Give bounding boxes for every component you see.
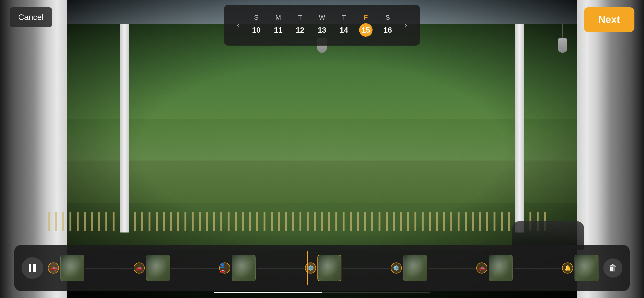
progress-bar-container[interactable] bbox=[214, 292, 430, 293]
thumb-group-5: ⚙️ bbox=[391, 255, 427, 281]
day-letter-t14: T bbox=[342, 14, 346, 21]
day-number-11: 11 bbox=[272, 23, 285, 37]
thumb-group-6: 🚗 bbox=[476, 255, 513, 281]
event-icon-settings-2: ⚙️ bbox=[391, 262, 402, 273]
day-number-15: 15 bbox=[359, 23, 372, 37]
thumbnail-3[interactable] bbox=[232, 255, 256, 281]
lamp-right bbox=[558, 24, 567, 53]
delete-button[interactable]: 🗑 bbox=[603, 258, 622, 278]
next-button[interactable]: Next bbox=[584, 7, 634, 32]
days-container: S 10 M 11 T 12 W 13 T 14 F 15 S 16 bbox=[245, 11, 399, 39]
pause-bar-2 bbox=[33, 264, 36, 272]
porch-column-left bbox=[120, 24, 130, 232]
day-number-13: 13 bbox=[315, 23, 329, 37]
dot-line-5 bbox=[428, 268, 476, 268]
day-item-15[interactable]: F 15 bbox=[355, 11, 376, 39]
day-letter-t12: T bbox=[298, 14, 302, 21]
dot-line-4 bbox=[342, 268, 390, 268]
pause-bar-1 bbox=[29, 264, 32, 272]
dot-line-2 bbox=[171, 268, 218, 268]
day-item-16[interactable]: S 16 bbox=[377, 11, 398, 39]
thumb-group-4: ⚙️ bbox=[305, 255, 342, 281]
thumb-group-1: 🚗 bbox=[48, 255, 84, 281]
day-item-11[interactable]: M 11 bbox=[268, 11, 289, 39]
thumbnail-1[interactable] bbox=[60, 255, 84, 281]
thumbnail-5[interactable] bbox=[403, 255, 427, 281]
day-item-12[interactable]: T 12 bbox=[290, 11, 311, 39]
timeline-bar: 🚗 🚗 👤🚗 ⚙️ ⚙️ 🚗 bbox=[14, 245, 630, 291]
thumbnail-7[interactable] bbox=[574, 255, 598, 281]
play-pause-button[interactable] bbox=[22, 257, 43, 279]
thumbnail-2[interactable] bbox=[146, 255, 170, 281]
pause-icon bbox=[29, 264, 36, 272]
event-icon-car-2: 🚗 bbox=[134, 262, 145, 273]
day-letter-s10: S bbox=[254, 14, 258, 21]
dot-line-1 bbox=[85, 268, 133, 268]
day-number-10: 10 bbox=[250, 23, 263, 37]
day-item-14[interactable]: T 14 bbox=[333, 11, 354, 39]
porch-column-right bbox=[514, 24, 524, 232]
calendar-next-arrow[interactable]: › bbox=[399, 18, 413, 32]
event-icon-bell: 🔔 bbox=[562, 262, 573, 273]
day-item-10[interactable]: S 10 bbox=[246, 11, 267, 39]
event-icon-car-1: 🚗 bbox=[48, 262, 59, 273]
dot-line-6 bbox=[514, 268, 561, 268]
event-icon-person-car: 👤🚗 bbox=[219, 262, 230, 273]
thumbnails-strip[interactable]: 🚗 🚗 👤🚗 ⚙️ ⚙️ 🚗 bbox=[48, 251, 598, 285]
thumbnail-6[interactable] bbox=[489, 255, 513, 281]
thumbnail-4[interactable] bbox=[318, 255, 342, 281]
event-icon-car-3: 🚗 bbox=[476, 262, 487, 273]
progress-bar-fill bbox=[214, 292, 322, 293]
day-number-16: 16 bbox=[381, 23, 394, 37]
thumb-group-2: 🚗 bbox=[134, 255, 170, 281]
cancel-button[interactable]: Cancel bbox=[10, 7, 52, 27]
thumb-group-3: 👤🚗 bbox=[219, 255, 256, 281]
calendar-prev-arrow[interactable]: ‹ bbox=[231, 18, 245, 32]
day-number-12: 12 bbox=[294, 23, 307, 37]
calendar-bar: ‹ S 10 M 11 T 12 W 13 T 14 F 15 S 16 bbox=[224, 5, 420, 46]
day-number-14: 14 bbox=[337, 23, 350, 37]
dot-line-3 bbox=[256, 268, 304, 268]
day-letter-f15: F bbox=[364, 14, 368, 21]
day-letter-w13: W bbox=[319, 14, 325, 21]
day-letter-m11: M bbox=[275, 14, 281, 21]
thumb-group-7: 🔔 bbox=[562, 255, 598, 281]
day-item-13[interactable]: W 13 bbox=[311, 11, 333, 39]
trash-icon: 🗑 bbox=[608, 263, 617, 273]
playhead bbox=[307, 251, 308, 285]
day-letter-s16: S bbox=[386, 14, 390, 21]
